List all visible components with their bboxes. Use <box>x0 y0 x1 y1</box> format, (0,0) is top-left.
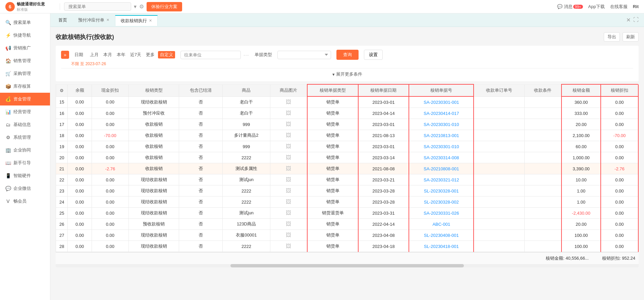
sidebar-item-guide[interactable]: 📖 新手引导 <box>0 157 50 169</box>
sidebar-item-hardware[interactable]: 📱 智能硬件 <box>0 169 50 182</box>
tab-home[interactable]: 首页 <box>53 15 73 25</box>
table-cell[interactable]: SA-20210808-001 <box>409 163 474 174</box>
table-cell: 20.00 <box>561 119 601 130</box>
table-cell: 2222 <box>223 241 270 252</box>
footer-discount-total: 核销折扣: 952.24 <box>602 255 635 261</box>
date-btn-7days[interactable]: 近7天 <box>129 51 143 58</box>
filter-expand-button[interactable]: » <box>61 51 69 59</box>
table-cell[interactable]: SA-20230331-026 <box>409 208 474 219</box>
sidebar-item-basic[interactable]: 🗂 基础信息 <box>0 118 50 131</box>
table-cell: 销货单 <box>307 141 358 152</box>
table-cell[interactable]: SA-20230314-008 <box>409 152 474 163</box>
table-cell: 0.00 <box>92 152 129 163</box>
export-button[interactable]: 导出 <box>604 32 620 42</box>
col-settings[interactable]: ⚙ <box>56 84 68 96</box>
table-cell[interactable]: SA-20230301-001 <box>409 96 474 108</box>
table-cell: 销货单 <box>307 163 358 174</box>
table-cell[interactable]: SA-20230301-010 <box>409 119 474 130</box>
sidebar-label-finance: 资金管理 <box>13 96 31 102</box>
page-title: 收款核销执行(按收款) <box>56 33 114 41</box>
sidebar-item-member[interactable]: V 畅会员 <box>0 195 50 208</box>
tab-prepay-close[interactable]: ✕ <box>106 18 109 22</box>
settings-icon[interactable]: ⚙ <box>139 3 144 10</box>
col-product-img: 商品图片 <box>270 84 307 96</box>
message-icon[interactable]: 💬 消息99+ <box>557 4 583 10</box>
finance-icon: 💰 <box>5 96 11 102</box>
table-cell: 19 <box>56 141 68 152</box>
sidebar-item-marketing[interactable]: 📢 营销推广 <box>0 42 50 54</box>
sidebar-item-wechat[interactable]: 💬 企业微信 <box>0 182 50 195</box>
date-btn-more[interactable]: 更多 <box>145 51 156 58</box>
table-cell: 销货单 <box>307 108 358 119</box>
party-input[interactable] <box>180 51 241 59</box>
table-cell[interactable]: SL-20230328-002 <box>409 197 474 208</box>
table-cell: 2023-03-01 <box>358 119 409 130</box>
online-service-link[interactable]: 在线客服 <box>610 4 628 10</box>
table-cell[interactable]: SA-20230321-012 <box>409 174 474 185</box>
table-cell <box>524 241 561 252</box>
window-maximize-icon[interactable]: ⛶ <box>633 17 639 23</box>
table-cell[interactable]: ABC-001 <box>409 219 474 230</box>
data-table: ⚙ 余额 现金折扣 核销类型 包含已结清 商品 商品图片 核销单据类型 核销单据… <box>56 84 639 252</box>
sidebar-item-sales[interactable]: 🏠 销售管理 <box>0 54 50 67</box>
sidebar-label-enterprise: 企业协同 <box>13 147 31 153</box>
table-cell[interactable]: SL-20230328-001 <box>409 185 474 197</box>
col-doc-no: 核销单据号 <box>409 84 474 96</box>
table-cell <box>524 185 561 197</box>
table-cell[interactable]: SA-20210813-001 <box>409 130 474 141</box>
query-button[interactable]: 查询 <box>336 50 359 60</box>
sidebar-item-enterprise[interactable]: 🏢 企业协同 <box>0 144 50 157</box>
date-btn-this-year[interactable]: 本年 <box>115 51 127 58</box>
table-cell[interactable]: SA-20230301-010 <box>409 141 474 152</box>
voucher-type-select[interactable] <box>277 51 331 59</box>
date-btn-last-month[interactable]: 上月 <box>89 51 100 58</box>
table-row: 150.000.00现结收款核销否老白干🖼销货单2023-03-01SA-202… <box>56 96 639 108</box>
refresh-button[interactable]: 刷新 <box>623 32 639 42</box>
table-cell <box>474 130 524 141</box>
table-cell: 0.00 <box>92 96 129 108</box>
expand-conditions-button[interactable]: ▾ 展开更多条件 <box>61 68 633 77</box>
table-cell: 0.00 <box>601 152 638 163</box>
filter-row: » 日期 上月 本月 本年 近7天 更多 自定义 ··· 单据类型 <box>61 50 633 60</box>
app-download-link[interactable]: App下载 <box>588 4 605 10</box>
top-bar: 6 畅捷通谱好生意 标准版 ▾ ⚙ 休验行业方案 💬 消息99+ App下载 在… <box>0 0 644 13</box>
date-label: 日期 <box>74 52 83 58</box>
industry-solution-button[interactable]: 休验行业方案 <box>147 2 182 11</box>
col-balance: 余额 <box>68 84 92 96</box>
table-cell: 销货单 <box>307 96 358 108</box>
sidebar-item-search[interactable]: 🔍 搜索菜单 <box>0 16 50 29</box>
window-close-icon[interactable]: ✕ <box>626 17 631 23</box>
sidebar-item-finance[interactable]: 💰 资金管理 <box>0 93 50 105</box>
top-search-input[interactable] <box>64 2 131 11</box>
table-cell: 0.00 <box>601 119 638 130</box>
table-cell: 现结收款核销 <box>129 208 179 219</box>
tab-receipt[interactable]: 收款核销执行 ✕ <box>115 15 158 26</box>
table-cell: 🖼 <box>270 141 307 152</box>
table-cell: 17 <box>56 119 68 130</box>
table-cell: 2023-03-01 <box>358 96 409 108</box>
date-btn-custom[interactable]: 自定义 <box>158 51 175 58</box>
table-cell: 2222 <box>223 185 270 197</box>
col-include-settled: 包含已结清 <box>179 84 223 96</box>
table-cell: 3,390.00 <box>561 163 601 174</box>
table-cell[interactable]: SA-20230414-017 <box>409 108 474 119</box>
setting-button[interactable]: 设置 <box>364 50 383 60</box>
table-cell: 🖼 <box>270 119 307 130</box>
table-cell: 0.00 <box>92 119 129 130</box>
sidebar-item-system[interactable]: ⚙ 系统管理 <box>0 131 50 144</box>
table-cell: 2021-08-13 <box>358 130 409 141</box>
table-cell: 2023-04-14 <box>358 108 409 119</box>
table-cell: 0.00 <box>601 230 638 241</box>
date-btn-this-month[interactable]: 本月 <box>102 51 113 58</box>
table-cell[interactable]: SL-20230418-001 <box>409 241 474 252</box>
table-cell[interactable]: SL-20230408-001 <box>409 230 474 241</box>
sidebar-item-purchase[interactable]: 🛒 采购管理 <box>0 67 50 80</box>
table-cell: 🖼 <box>270 241 307 252</box>
table-cell <box>474 119 524 130</box>
tab-receipt-close[interactable]: ✕ <box>149 18 152 23</box>
sidebar-item-quicknav[interactable]: ⚡ 快捷导航 <box>0 29 50 42</box>
sidebar-item-operations[interactable]: 📊 经营管理 <box>0 105 50 118</box>
table-cell: 18 <box>56 130 68 141</box>
sidebar-item-inventory[interactable]: 📦 库存核算 <box>0 80 50 93</box>
tab-prepay[interactable]: 预付冲应付单 ✕ <box>73 15 115 25</box>
